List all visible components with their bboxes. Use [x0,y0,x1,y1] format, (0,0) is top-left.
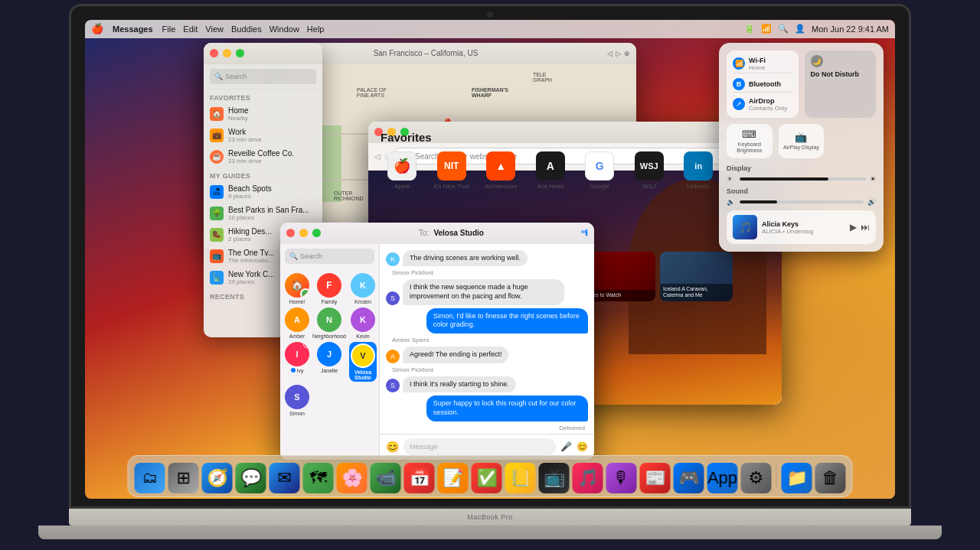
maps-sidebar-search: 🔍 Search [204,64,322,89]
tl-green[interactable] [236,49,244,57]
search-menu-icon[interactable]: 🔍 [778,24,789,34]
msg-contact-janelle[interactable]: J Janelle [312,342,346,382]
fav-wsj[interactable]: WSJ WSJ [628,171,671,190]
fav-linkedin[interactable]: in LinkedIn [677,171,720,190]
menu-file[interactable]: File [162,24,176,34]
cc-airdrop-row[interactable]: ↗ AirDrop Contacts Only [733,96,792,113]
dock-messages[interactable]: 💬 [236,463,266,493]
display-slider-track[interactable] [740,177,866,181]
msg-contact-simon[interactable]: S Simon [285,385,309,416]
fav-arch[interactable]: ▲ Architecture [479,171,523,190]
msg-contact-kevin[interactable]: K Kevin [349,308,377,339]
dock-trash[interactable]: 🗑 [815,463,846,493]
tv-tile-iceland[interactable]: Iceland A Caravan, Caterina and Me [660,252,733,301]
parks-name: Best Parks in San Fra... [228,206,316,214]
msg-janelle-label: Janelle [321,368,338,373]
dock-appstore[interactable]: App [707,463,738,493]
play-btn[interactable]: ▶ [850,222,857,233]
menu-buddies[interactable]: Buddies [231,24,262,34]
msg-contact-ivy[interactable]: I ♥ Ivy [285,342,309,382]
dock-finder[interactable]: 🗂 [135,463,165,493]
msg-contact-neighborhood[interactable]: N Neighborhood [312,308,346,339]
fav-apple[interactable]: 🍎 Apple [381,171,424,190]
dock-news[interactable]: 📰 [640,463,671,493]
fav-linkedin-icon: in [684,171,713,181]
msg-tl-green[interactable] [312,229,321,237]
sidebar-coffee[interactable]: ☕ Reveille Coffee Co. 23 min drive [204,146,322,168]
active-app-name[interactable]: Messages [113,24,153,34]
msg-avatar-4: A [386,350,400,363]
beach-icon: 🏖 [210,185,224,199]
dock-mail[interactable]: ✉ [270,463,300,493]
menu-window[interactable]: Window [270,24,299,34]
dock-podcasts[interactable]: 🎙 [606,463,637,493]
msg-contact-kristen[interactable]: K Kristen [349,273,377,304]
maps-fwd-icon[interactable]: ▷ [616,50,621,57]
display-dim-icon: ☀ [727,175,736,183]
dock-music[interactable]: 🎵 [573,463,603,493]
airdrop-info: AirDrop Contacts Only [749,97,787,112]
maps-zoom-icon[interactable]: ⊕ [624,50,630,57]
msg-row-1: K The driving scenes are working well. [386,250,588,267]
msg-contact-grid: 🏠 Home! F Family [280,268,379,421]
sidebar-beach-spots[interactable]: 🏖 Beach Spots 9 places [204,181,322,203]
apple-menu[interactable]: 🍎 [91,23,103,34]
cc-dnd-tile[interactable]: 🌙 Do Not Disturb [805,50,877,118]
menu-edit[interactable]: Edit [183,24,198,34]
dock-safari[interactable]: 🧭 [202,463,233,493]
sound-slider-track[interactable] [740,200,864,203]
dock-reminders[interactable]: ✅ [472,463,502,493]
msg-tl-yellow[interactable] [299,229,308,237]
cc-bluetooth-row[interactable]: B Bluetooth [733,76,792,93]
msg-bubble-6: Super happy to lock this rough cut for o… [426,395,588,421]
dock-notes[interactable]: 📝 [438,463,469,493]
cc-wifi-row[interactable]: 📶 Wi-Fi Home [733,55,792,73]
dock-files[interactable]: 📁 [782,463,812,493]
wifi-status-icon: 📶 [761,24,772,34]
compose-button[interactable]: ✏ [581,227,588,237]
user-menu-icon[interactable]: 👤 [795,24,805,34]
cc-airplay-tile[interactable]: 📺 AirPlay Display [779,124,825,159]
msg-contact-home[interactable]: 🏠 Home! [285,273,309,304]
dock-arcade[interactable]: 🎮 [674,463,704,493]
skip-btn[interactable]: ⏭ [861,222,870,233]
cc-keyboard-tile[interactable]: ⌨ Keyboard Brightness [727,124,773,159]
fav-ace[interactable]: A Ace Hotel [529,171,573,190]
sidebar-work[interactable]: 💼 Work 23 min drive [204,125,322,146]
cc-dnd-header: 🌙 [811,55,871,67]
fav-nicehat[interactable]: NIT It's Nice That [430,171,474,190]
tl-yellow[interactable] [223,49,231,57]
dock-calendar[interactable]: 📅 [404,463,435,493]
dock-launchpad[interactable]: ⊞ [168,463,199,493]
msg-contact-velosa[interactable]: V Velosa Studio [349,342,377,382]
work-item-text: Work 23 min drive [228,128,316,143]
home-icon: 🏠 [210,107,224,121]
dock-sysprefs[interactable]: ⚙ [741,463,772,493]
menu-help[interactable]: Help [307,24,325,34]
dock-appletv[interactable]: 📺 [539,463,570,493]
sidebar-home[interactable]: 🏠 Home Nearby [204,103,322,125]
tl-red[interactable] [210,49,218,57]
airplay-label: AirPlay Display [783,145,819,151]
dock-facetime[interactable]: 📹 [371,463,401,493]
msg-input-field[interactable]: Message [403,438,556,455]
maps-search-input[interactable]: 🔍 Search [210,69,316,84]
msg-contact-amber[interactable]: A Amber [285,308,309,339]
menu-view[interactable]: View [205,24,224,34]
work-icon: 💼 [210,129,224,142]
msg-emoji-icon[interactable]: 😊 [386,441,399,453]
msg-audio-icon[interactable]: 🎤 [560,441,572,452]
coffee-item-text: Reveille Coffee Co. 23 min drive [228,149,316,164]
dock-maps[interactable]: 🗺 [303,463,334,493]
maps-nav-icon[interactable]: ◁ [607,50,612,57]
msg-tl-red[interactable] [286,229,295,237]
messages-search-bar[interactable]: 🔍 Search [285,249,374,264]
msg-bubble-2: I think the new sequence made a huge imp… [403,279,564,304]
dock-notes2[interactable]: 📒 [505,463,536,493]
msg-emoji2-icon[interactable]: 😊 [577,441,588,452]
sidebar-parks[interactable]: 🌳 Best Parks in San Fra... 10 places [204,203,322,224]
messages-contact-sidebar: 🔍 Search 🏠 [280,244,380,460]
msg-contact-family[interactable]: F Family [312,273,346,304]
fav-google[interactable]: G Google [578,171,622,190]
dock-photos[interactable]: 🌸 [337,463,368,493]
